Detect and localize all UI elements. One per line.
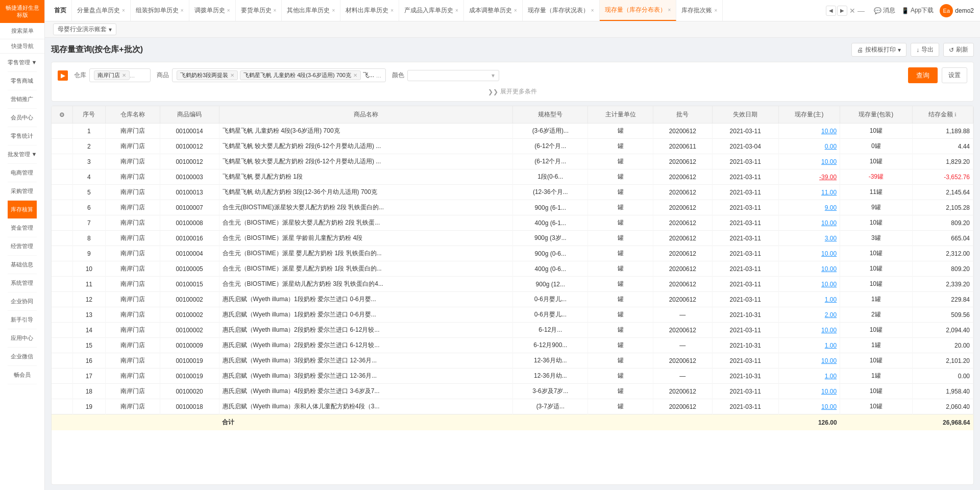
tab-close-product[interactable]: × (455, 8, 458, 13)
logo-line2: 标版 (2, 11, 42, 18)
product-tag-2-close[interactable]: ✕ (353, 72, 357, 78)
cell-9[interactable]: 10.00 (778, 261, 840, 277)
sidebar-item-marketing[interactable]: 营销推广 (8, 90, 37, 109)
sidebar: 畅捷通好生意 标版 搜索菜单 快捷导航 零售管理 ▼零售商城营销推广会员中心零售… (0, 0, 45, 490)
expand-more-button[interactable]: ❯❯ 展开更多条件 (488, 87, 537, 96)
nav-tab-current_wh[interactable]: 现存量（库存状况表）× (523, 0, 600, 21)
sidebar-item-wholesale[interactable]: 批发管理 ▼ (8, 145, 37, 164)
tab-close-current_wh[interactable]: × (591, 8, 594, 13)
quick-nav-button[interactable]: 快捷导航 (0, 39, 44, 54)
nav-minimize-button[interactable]: — (857, 7, 865, 15)
cell-3: 00100013 (160, 185, 219, 200)
footer-balance-total: 26,968.64 (912, 414, 973, 431)
message-label: 消息 (883, 6, 895, 15)
nav-tab-product[interactable]: 产成品入库单历史× (399, 0, 464, 21)
print-button[interactable]: 🖨 按模板打印 ▾ (851, 43, 906, 57)
sidebar-item-retail[interactable]: 零售管理 ▼ (8, 54, 37, 72)
cell-6: 罐 (588, 231, 653, 246)
cell-9[interactable]: 9.00 (778, 200, 840, 215)
cell-6: 罐 (588, 338, 653, 353)
table-row: 16南岸门店00100019惠氏启赋（Wyeth illuma）3段奶粉 爱尔兰… (52, 353, 973, 369)
sidebar-item-ecom[interactable]: 电商管理 (8, 164, 37, 182)
filter-expand-arrow[interactable]: ▶ (58, 70, 68, 81)
message-button[interactable]: 💬 消息 (874, 6, 895, 15)
cell-9[interactable]: 1.00 (778, 292, 840, 307)
nav-tab-otherout[interactable]: 其他出库单历史× (282, 0, 340, 21)
col-warehouse: 仓库名称 (106, 106, 160, 124)
cell-9[interactable]: -39.00 (778, 169, 840, 185)
refresh-button[interactable]: ↺ 刷新 (943, 43, 974, 57)
nav-tab-cost[interactable]: 成本调整单历史× (464, 0, 523, 21)
print-dropdown-icon: ▾ (898, 46, 901, 54)
cell-9[interactable]: 10.00 (778, 246, 840, 261)
cell-9[interactable]: 10.00 (778, 353, 840, 369)
tab-close-batch[interactable]: × (714, 8, 717, 13)
cell-9[interactable]: 10.00 (778, 154, 840, 169)
nav-tab-adjust[interactable]: 调拨单历史× (189, 0, 236, 21)
cell-9[interactable]: 2.00 (778, 307, 840, 323)
cell-9[interactable]: 3.00 (778, 231, 840, 246)
tab-close-split[interactable]: × (122, 8, 125, 13)
sidebar-item-base[interactable]: 基础信息 (8, 256, 37, 274)
product-input[interactable]: 飞鹤奶粉3段两提装 ✕ 飞鹤星飞帆 儿童奶粉 4段(3-6岁适用) 700克 ✕… (172, 68, 386, 82)
sidebar-item-member2[interactable]: 畅会员 (8, 366, 37, 384)
nav-prev-button[interactable]: ◀ (826, 6, 836, 16)
cell-9[interactable]: 10.00 (778, 323, 840, 338)
sidebar-item-apps[interactable]: 应用中心 (8, 329, 37, 348)
cell-2: 南岸门店 (106, 384, 160, 399)
warehouse-tag-close[interactable]: ✕ (122, 72, 126, 78)
color-input[interactable]: ▾ (407, 70, 499, 81)
tab-close-require[interactable]: × (274, 8, 277, 13)
tab-close-current_dist[interactable]: × (668, 7, 671, 13)
sidebar-item-stat[interactable]: 零售统计 (8, 127, 37, 145)
cell-9[interactable]: 10.00 (778, 124, 840, 139)
search-menu-button[interactable]: 搜索菜单 (0, 23, 44, 39)
cell-5: 12-36月幼... (513, 369, 588, 384)
query-button[interactable]: 查询 (908, 67, 938, 83)
nav-tab-material[interactable]: 材料出库单历史× (340, 0, 399, 21)
product-tag-1-close[interactable]: ✕ (230, 72, 234, 78)
cell-9[interactable]: 10.00 (778, 215, 840, 231)
tab-close-otherout[interactable]: × (332, 8, 335, 13)
export-button[interactable]: ↓ 导出 (911, 43, 939, 57)
cell-9[interactable]: 10.00 (778, 277, 840, 292)
nav-close-button[interactable]: ✕ (849, 7, 855, 15)
app-download-button[interactable]: 📱 App下载 (901, 6, 934, 15)
tab-close-cost[interactable]: × (514, 8, 517, 13)
nav-tab-current_dist[interactable]: 现存量（库存分布表）× (600, 0, 677, 21)
sidebar-item-ops[interactable]: 经营管理 (8, 237, 37, 256)
sidebar-logo[interactable]: 畅捷通好生意 标版 (0, 0, 44, 23)
cell-4: 惠氏启赋（Wyeth illuma）3段奶粉 爱尔兰进口 12-36月... (219, 353, 513, 369)
nav-tab-home[interactable]: 首页 (49, 0, 72, 21)
tab-close-adjust[interactable]: × (227, 8, 230, 13)
tab-close-material[interactable]: × (390, 8, 394, 13)
sidebar-item-sys[interactable]: 系统管理 (8, 274, 37, 292)
sidebar-item-finance[interactable]: 资金管理 (8, 219, 37, 237)
breadcrumb-select[interactable]: 母婴行业演示账套 ▾ (53, 23, 116, 35)
sidebar-item-inventory[interactable]: 库存核算 (8, 201, 37, 219)
sidebar-item-corp[interactable]: 企业协同 (8, 292, 37, 311)
warehouse-input[interactable]: 南岸门店 ✕ ... (89, 68, 151, 82)
nav-tab-batch[interactable]: 库存批次账× (676, 0, 723, 21)
cell-3: 00100019 (160, 353, 219, 369)
cell-9[interactable]: 11.00 (778, 185, 840, 200)
cell-11: 1,189.88 (912, 124, 973, 139)
sidebar-item-member[interactable]: 会员中心 (8, 109, 37, 127)
sidebar-item-wechat[interactable]: 企业微信 (8, 348, 37, 366)
sidebar-item-guide[interactable]: 新手引导 (8, 311, 37, 329)
user-info[interactable]: Ea demo2 (940, 4, 974, 17)
tab-close-combo[interactable]: × (181, 8, 184, 13)
cell-9[interactable]: 0.00 (778, 139, 840, 154)
sidebar-item-purchase[interactable]: 采购管理 (8, 182, 37, 201)
cell-9[interactable]: 10.00 (778, 399, 840, 414)
sidebar-item-shop[interactable]: 零售商城 (8, 72, 37, 90)
cell-9[interactable]: 1.00 (778, 369, 840, 384)
col-settings[interactable]: ⚙ (52, 106, 72, 124)
nav-tab-split[interactable]: 分量盘点单历史× (72, 0, 131, 21)
cell-9[interactable]: 10.00 (778, 384, 840, 399)
nav-next-button[interactable]: ▶ (837, 6, 847, 16)
cell-9[interactable]: 1.00 (778, 338, 840, 353)
nav-tab-combo[interactable]: 组装拆卸单历史× (131, 0, 189, 21)
setting-button[interactable]: 设置 (942, 67, 967, 83)
nav-tab-require[interactable]: 要货单历史× (236, 0, 282, 21)
